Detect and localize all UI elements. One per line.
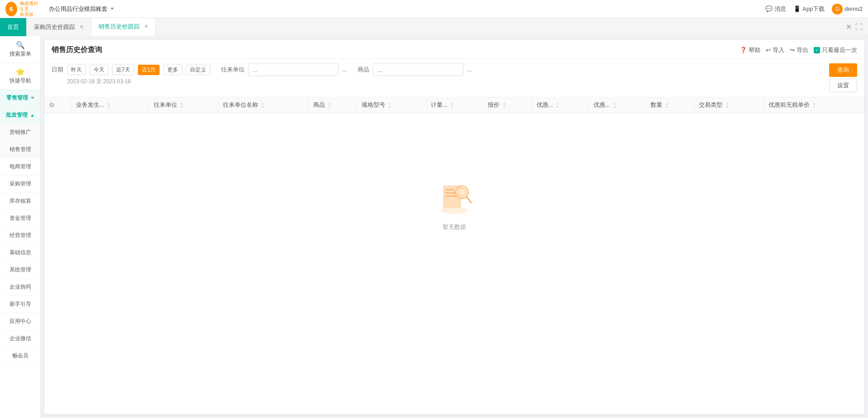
col-qty[interactable]: 数量 [646, 97, 694, 113]
tab-purchase-history-label: 采购历史价跟踪 [34, 23, 75, 31]
logo-area: 6 畅捷通好生意 标准版 [5, 1, 42, 17]
product-filter-input[interactable] [373, 63, 463, 76]
sidebar-item-wholesale-mgmt-label: 批发管理 [6, 111, 28, 119]
col-biz-date-label: 业务发生... [76, 101, 104, 108]
tab-sales-history-close[interactable]: ✕ [144, 24, 148, 29]
app-selector-label: 办公用品行业模拟账套 [49, 5, 108, 13]
table-area: ⚙ 业务发生... 往来单位 往来单位名称 [44, 97, 864, 414]
import-action[interactable]: ↩ 导入 [766, 46, 784, 54]
tab-purchase-history-close[interactable]: ✕ [80, 24, 84, 30]
sort-icon-qty [665, 102, 669, 109]
col-tax-price-label: 优惠前无税单价 [769, 101, 810, 108]
sidebar-item-search-menu-label: 搜索菜单 [9, 50, 31, 58]
user-action[interactable]: D demo2 [832, 4, 863, 14]
help-action[interactable]: ❓ 帮助 [740, 46, 760, 54]
sort-icon-discount2 [613, 102, 616, 109]
sort-icon-trade-type [726, 102, 729, 109]
sidebar-item-ecommerce-label: 电商管理 [9, 163, 31, 171]
sidebar-item-quick-nav[interactable]: ⭐ 快捷导航 [0, 63, 40, 90]
sidebar-item-retail-mgmt[interactable]: 零售管理 [0, 90, 40, 107]
col-trade-type-label: 交易类型 [699, 101, 722, 108]
export-action[interactable]: ↪ 导出 [790, 46, 808, 54]
empty-text: 暂无数据 [443, 223, 466, 231]
sidebar-item-enterprise-collab[interactable]: 企业协同 [0, 279, 40, 296]
wholesale-mgmt-arrow-up: ▲ [30, 113, 35, 118]
tab-expand[interactable]: ⛶ [855, 23, 863, 31]
col-price-label: 报价 [488, 101, 500, 108]
sidebar-item-new-guide[interactable]: 新手引导 [0, 296, 40, 313]
date-btn-custom[interactable]: 自定义 [186, 65, 210, 75]
sidebar-item-enterprise-wechat[interactable]: 企业微信 [0, 330, 40, 347]
tab-home[interactable]: 首页 [0, 18, 27, 36]
col-tax-price[interactable]: 优惠前无税单价 [764, 97, 864, 113]
settings-button[interactable]: 设置 [829, 79, 857, 92]
date-btn-7days[interactable]: 近7天 [112, 65, 134, 75]
message-action[interactable]: 💬 消息 [765, 5, 786, 13]
col-gear[interactable]: ⚙ [44, 97, 71, 113]
col-product[interactable]: 商品 [308, 97, 357, 113]
col-spec[interactable]: 规格型号 [357, 97, 426, 113]
tab-sales-history[interactable]: 销售历史价跟踪 ✕ [91, 18, 156, 36]
col-unit[interactable]: 计量... [426, 97, 483, 113]
date-btn-yesterday[interactable]: 昨天 [67, 65, 86, 75]
filter-row-date-range: 2023-02-18 至 2023-03-18 [52, 78, 822, 86]
date-btn-1month[interactable]: 近1月 [138, 65, 160, 75]
col-trade-type[interactable]: 交易类型 [694, 97, 764, 113]
page-header: 销售历史价查询 ❓ 帮助 ↩ 导入 ↪ 导出 ✓ 只看最后一次 [44, 40, 864, 59]
sidebar-item-inventory[interactable]: 库存核算 [0, 193, 40, 210]
sort-icon-price [503, 102, 506, 109]
sort-icon-product [328, 102, 331, 109]
query-button[interactable]: 查询 [829, 63, 857, 77]
sidebar-item-finance[interactable]: 资金管理 [0, 210, 40, 227]
search-menu-icon: 🔍 [16, 41, 25, 49]
sidebar-item-finance-label: 资金管理 [9, 214, 31, 222]
partner-filter-label: 往来单位 [221, 66, 245, 74]
col-price[interactable]: 报价 [483, 97, 532, 113]
sidebar-item-marketing[interactable]: 营销推广 [0, 124, 40, 141]
sidebar-item-search-menu[interactable]: 🔍 搜索菜单 [0, 36, 40, 63]
tab-close-all[interactable]: ✕ [846, 23, 852, 31]
sidebar-item-system[interactable]: 系统管理 [0, 261, 40, 279]
only-last-label: 只看最后一次 [822, 46, 857, 54]
date-btn-today[interactable]: 今天 [90, 65, 108, 75]
date-btn-more[interactable]: 更多 [163, 65, 182, 75]
app-download-action[interactable]: 📱 App下载 [793, 5, 825, 13]
svg-rect-4 [445, 195, 457, 197]
partner-more-btn[interactable]: ... [342, 66, 347, 73]
sort-icon-biz-date [107, 102, 110, 109]
col-biz-date[interactable]: 业务发生... [71, 97, 149, 113]
app-selector[interactable]: 办公用品行业模拟账套 [45, 5, 118, 13]
top-header: 6 畅捷通好生意 标准版 办公用品行业模拟账套 💬 消息 📱 App下载 D d… [0, 0, 868, 18]
app-download-icon: 📱 [793, 5, 801, 12]
col-spec-label: 规格型号 [362, 101, 385, 108]
only-last-checkbox[interactable]: ✓ 只看最后一次 [814, 46, 857, 54]
help-icon: ❓ [740, 47, 747, 53]
sidebar-item-wholesale-mgmt[interactable]: 批发管理 ▲ [0, 107, 40, 124]
col-discount1[interactable]: 优惠... [532, 97, 589, 113]
sidebar-item-purchase[interactable]: 采购管理 [0, 176, 40, 193]
col-discount2[interactable]: 优惠... [589, 97, 646, 113]
sidebar-item-basic-info-label: 基础信息 [9, 249, 31, 256]
sidebar-item-basic-info[interactable]: 基础信息 [0, 244, 40, 261]
sidebar-item-sales-mgmt[interactable]: 销售管理 [0, 141, 40, 158]
username: demo2 [844, 5, 863, 12]
sidebar-item-ecommerce[interactable]: 电商管理 [0, 158, 40, 176]
sidebar-item-member-label: 畅会员 [12, 352, 28, 360]
sidebar-item-app-center[interactable]: 应用中心 [0, 313, 40, 330]
sidebar-item-system-label: 系统管理 [9, 266, 31, 274]
partner-filter-input[interactable] [248, 63, 339, 76]
svg-line-6 [467, 197, 471, 203]
sidebar-item-ops-label: 经营管理 [9, 232, 31, 239]
col-partner-name[interactable]: 往来单位名称 [218, 97, 308, 113]
sort-icon-partner-code [180, 102, 184, 109]
sort-icon-spec [388, 102, 391, 109]
sidebar-item-member[interactable]: 畅会员 [0, 347, 40, 365]
tab-purchase-history[interactable]: 采购历史价跟踪 ✕ [27, 18, 91, 36]
sidebar-item-ops[interactable]: 经营管理 [0, 227, 40, 244]
col-partner-code[interactable]: 往来单位 [149, 97, 218, 113]
product-more-btn[interactable]: ... [467, 66, 472, 73]
help-label: 帮助 [749, 46, 760, 54]
gear-icon[interactable]: ⚙ [49, 101, 55, 109]
sort-icon-discount1 [556, 102, 559, 109]
tab-bar-controls: ✕ ⛶ [840, 23, 868, 31]
